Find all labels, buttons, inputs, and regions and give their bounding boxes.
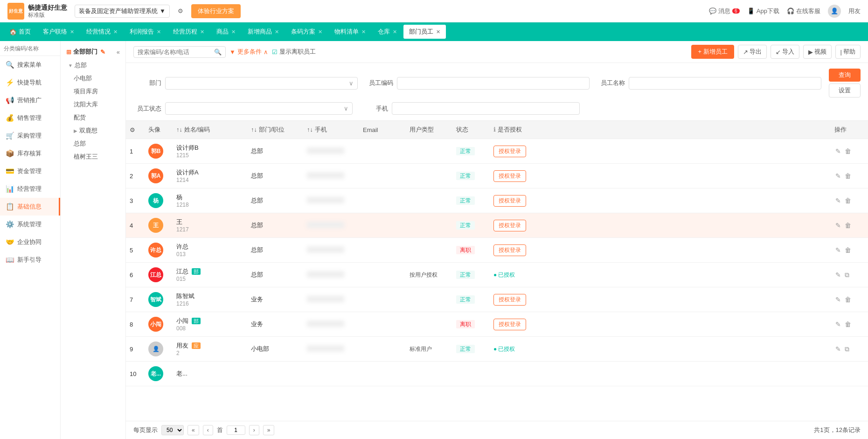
close-icon[interactable]: ✕ bbox=[275, 29, 279, 35]
col-name-code[interactable]: ↑↓ 姓名/编码 bbox=[173, 121, 247, 139]
dept-item-shenyang[interactable]: 沈阳大库 bbox=[61, 98, 125, 111]
edit-button[interactable]: ✎ bbox=[834, 344, 842, 354]
per-page-select[interactable]: 50 bbox=[161, 425, 184, 435]
auth-button[interactable]: 授权登录 bbox=[493, 146, 526, 157]
auth-button[interactable]: 授权登录 bbox=[493, 220, 526, 231]
last-page-button[interactable]: » bbox=[263, 425, 275, 435]
col-dept-position[interactable]: ↑↓ 部门/职位 bbox=[247, 121, 303, 139]
page-number-input[interactable] bbox=[227, 425, 245, 435]
col-settings[interactable]: ⚙ bbox=[126, 121, 145, 139]
edit-button[interactable]: ✎ bbox=[834, 245, 842, 255]
auth-button[interactable]: 授权登录 bbox=[493, 244, 526, 256]
nav-item-operation[interactable]: 经营情况 ✕ bbox=[81, 25, 123, 39]
dept-item-plant[interactable]: 植树王三 bbox=[61, 150, 125, 163]
auth-button[interactable]: 授权登录 bbox=[493, 195, 526, 207]
close-icon[interactable]: ✕ bbox=[318, 29, 322, 35]
user-avatar[interactable]: 👤 bbox=[828, 5, 841, 18]
close-icon[interactable]: ✕ bbox=[436, 29, 440, 35]
first-page-button[interactable]: « bbox=[187, 425, 199, 435]
delete-button[interactable]: 🗑 bbox=[844, 171, 852, 181]
dept-edit-icon[interactable]: ✎ bbox=[100, 49, 105, 56]
col-phone[interactable]: ↑↓ 手机 bbox=[303, 121, 359, 139]
close-icon[interactable]: ✕ bbox=[113, 29, 118, 35]
edit-button[interactable]: ✎ bbox=[834, 171, 842, 181]
auth-button[interactable]: 授权登录 bbox=[493, 170, 526, 182]
delete-button[interactable]: 🗑 bbox=[844, 320, 852, 329]
edit-button[interactable]: ✎ bbox=[834, 221, 842, 230]
reset-button[interactable]: 设置 bbox=[829, 84, 861, 98]
search-icon[interactable]: 🔍 bbox=[214, 49, 222, 56]
sidebar-item-search[interactable]: 🔍 搜索菜单 bbox=[0, 56, 60, 74]
nav-item-home[interactable]: 🏠 首页 bbox=[4, 25, 36, 39]
sidebar-item-system[interactable]: ⚙️ 系统管理 bbox=[0, 216, 60, 233]
nav-item-bom[interactable]: 物料清单 ✕ bbox=[329, 25, 371, 39]
auth-button[interactable]: 授权登录 bbox=[493, 294, 526, 306]
prev-page-button[interactable]: ‹ bbox=[203, 425, 213, 435]
dept-item-project-room[interactable]: 项目库房 bbox=[61, 85, 125, 98]
system-selector[interactable]: 装备及固定资产辅助管理系统 ▼ bbox=[75, 5, 170, 18]
nav-item-warehouse[interactable]: 仓库 ✕ bbox=[372, 25, 403, 39]
emp-name-input[interactable] bbox=[629, 77, 821, 90]
sidebar-item-biz-mgmt[interactable]: 📊 经营管理 bbox=[0, 180, 60, 198]
close-icon[interactable]: ✕ bbox=[361, 29, 366, 35]
search-input[interactable] bbox=[138, 49, 212, 56]
nav-item-customer[interactable]: 客户联络 ✕ bbox=[37, 25, 80, 39]
nav-item-barcode[interactable]: 条码方案 ✕ bbox=[285, 25, 328, 39]
delete-button[interactable]: 🗑 bbox=[844, 146, 852, 156]
delete-button[interactable]: 🗑 bbox=[844, 221, 852, 230]
dept-collapse-icon[interactable]: « bbox=[117, 49, 120, 56]
edit-button[interactable]: ✎ bbox=[834, 196, 842, 205]
query-button[interactable]: 查询 bbox=[829, 69, 861, 82]
next-page-button[interactable]: › bbox=[249, 425, 259, 435]
auth-button[interactable]: 授权登录 bbox=[493, 319, 526, 330]
close-icon[interactable]: ✕ bbox=[200, 29, 204, 35]
copy-button[interactable]: ⧉ bbox=[844, 344, 850, 354]
nav-item-goods[interactable]: 商品 ✕ bbox=[211, 25, 241, 39]
copy-button[interactable]: ⧉ bbox=[844, 270, 850, 280]
nav-item-employee[interactable]: 部门员工 ✕ bbox=[403, 25, 446, 39]
gear-button[interactable]: ⚙ bbox=[174, 4, 187, 18]
trial-button[interactable]: 体验行业方案 bbox=[191, 4, 241, 18]
edit-button[interactable]: ✎ bbox=[834, 146, 842, 156]
delete-button[interactable]: 🗑 bbox=[844, 196, 852, 205]
dept-item-electronics[interactable]: 小电部 bbox=[61, 72, 125, 85]
edit-button[interactable]: ✎ bbox=[834, 270, 842, 279]
close-icon[interactable]: ✕ bbox=[393, 29, 397, 35]
emp-code-input[interactable] bbox=[397, 77, 590, 90]
dept-filter-select[interactable]: ∨ bbox=[165, 77, 358, 90]
show-resigned-checkbox[interactable]: ☑ 显示离职员工 bbox=[272, 48, 316, 56]
nav-item-add-goods[interactable]: 新增商品 ✕ bbox=[242, 25, 285, 39]
close-icon[interactable]: ✕ bbox=[70, 29, 74, 35]
dept-item-shuanglu[interactable]: ▶ 双鹿想 bbox=[61, 124, 125, 137]
export-button[interactable]: ↗ 导出 bbox=[738, 45, 767, 59]
edit-button[interactable]: ✎ bbox=[834, 320, 842, 329]
nav-item-history[interactable]: 经营历程 ✕ bbox=[167, 25, 210, 39]
delete-button[interactable]: 🗑 bbox=[844, 245, 852, 255]
dept-tree-header[interactable]: ⊞ 全部部门 ✎ « bbox=[61, 45, 125, 59]
import-button[interactable]: ↙ 导入 bbox=[771, 45, 799, 59]
phone-input[interactable] bbox=[392, 102, 579, 115]
dept-item-headquarters-parent[interactable]: ▼ 总部 bbox=[61, 59, 125, 72]
dept-item-delivery[interactable]: 配货 bbox=[61, 111, 125, 124]
app-download-button[interactable]: 📱 App下载 bbox=[747, 7, 779, 15]
sidebar-item-basic-info[interactable]: 📋 基础信息 bbox=[0, 198, 60, 216]
sidebar-item-sales[interactable]: 💰 销售管理 bbox=[0, 109, 60, 127]
delete-button[interactable]: 🗑 bbox=[844, 295, 852, 304]
edit-button[interactable]: ✎ bbox=[834, 295, 842, 304]
video-button[interactable]: ▶ 视频 bbox=[803, 45, 832, 59]
online-service-button[interactable]: 🎧 在线客服 bbox=[787, 7, 820, 15]
help-button[interactable]: | 帮助 bbox=[835, 45, 861, 59]
close-icon[interactable]: ✕ bbox=[231, 29, 236, 35]
nav-item-profit[interactable]: 利润报告 ✕ bbox=[124, 25, 167, 39]
sidebar-item-shortcut[interactable]: ⚡ 快捷导航 bbox=[0, 74, 60, 91]
sidebar-item-finance[interactable]: 💳 资金管理 bbox=[0, 162, 60, 180]
sidebar-item-inventory[interactable]: 📦 库存核算 bbox=[0, 145, 60, 162]
sidebar-item-guide[interactable]: 📖 新手引导 bbox=[0, 251, 60, 269]
sidebar-item-collab[interactable]: 🤝 企业协同 bbox=[0, 233, 60, 251]
sidebar-item-purchase[interactable]: 🛒 采购管理 bbox=[0, 127, 60, 145]
status-select[interactable]: ∨ bbox=[165, 102, 353, 115]
message-button[interactable]: 💬 消息 6 bbox=[709, 7, 740, 15]
more-filter-button[interactable]: ▼ 更多条件 ∧ bbox=[229, 48, 268, 56]
add-employee-button[interactable]: + 新增员工 bbox=[691, 45, 734, 59]
close-icon[interactable]: ✕ bbox=[157, 29, 161, 35]
